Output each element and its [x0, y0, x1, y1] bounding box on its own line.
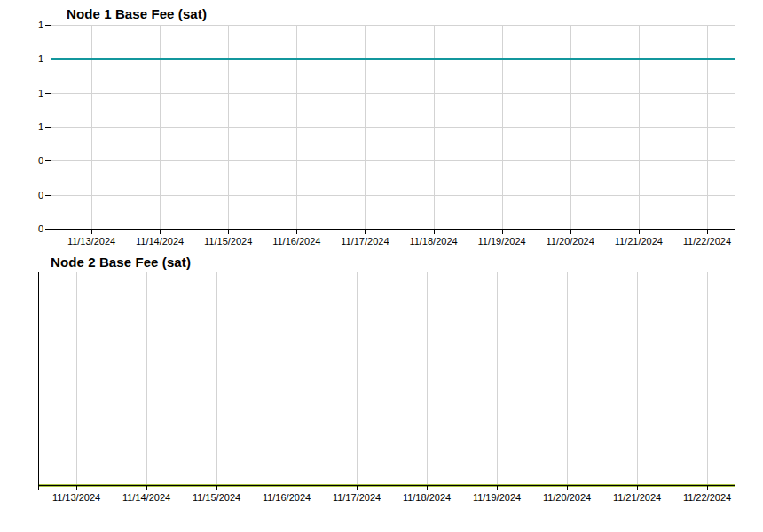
- node1-chart-title: Node 1 Base Fee (sat): [67, 6, 207, 21]
- vertical-gridline: [76, 272, 77, 485]
- y-tick-mark: [45, 229, 51, 230]
- x-tick-label: 11/20/2024: [531, 491, 602, 504]
- vertical-gridline: [296, 25, 297, 229]
- horizontal-gridline: [51, 127, 735, 128]
- vertical-gridline: [707, 25, 708, 229]
- x-tick-mark: [567, 485, 568, 490]
- x-tick-mark: [160, 229, 161, 234]
- y-tick-mark: [45, 93, 51, 94]
- horizontal-gridline: [51, 59, 735, 59]
- x-tick-mark: [357, 485, 358, 490]
- base-fee-charts-screen: Node 1 Base Fee (sat) 11/13/202411/14/20…: [0, 0, 763, 532]
- vertical-gridline: [570, 25, 571, 229]
- y-tick-mark: [45, 195, 51, 196]
- vertical-gridline: [160, 25, 161, 229]
- x-tick-label: 11/16/2024: [261, 235, 332, 247]
- x-tick-mark: [146, 485, 147, 490]
- x-tick-label: 11/21/2024: [602, 491, 673, 504]
- x-tick-mark: [76, 485, 77, 490]
- vertical-gridline: [502, 25, 503, 229]
- vertical-gridline: [357, 272, 358, 485]
- x-tick-label: 11/20/2024: [535, 235, 606, 247]
- x-tick-mark: [639, 229, 640, 234]
- x-tick-mark: [91, 229, 92, 234]
- vertical-gridline: [146, 272, 147, 485]
- x-tick-label: 11/16/2024: [251, 491, 322, 504]
- vertical-gridline: [287, 272, 287, 485]
- horizontal-gridline: [51, 25, 735, 26]
- vertical-gridline: [567, 272, 568, 485]
- x-tick-label: 11/22/2024: [672, 235, 743, 247]
- x-tick-label: 11/18/2024: [398, 235, 469, 247]
- x-tick-label: 11/18/2024: [391, 491, 462, 504]
- vertical-gridline: [707, 272, 708, 485]
- x-tick-mark: [287, 485, 287, 490]
- y-tick-mark: [45, 25, 51, 26]
- x-tick-label: 11/15/2024: [193, 235, 264, 247]
- series-line-node-2-base-fee-sat: [38, 484, 735, 487]
- vertical-gridline: [228, 25, 229, 229]
- x-tick-mark: [427, 485, 428, 490]
- x-tick-label: 11/14/2024: [111, 491, 182, 504]
- vertical-gridline: [434, 25, 435, 229]
- x-tick-mark: [497, 485, 498, 490]
- y-axis: [51, 21, 51, 234]
- y-tick-mark: [45, 59, 51, 59]
- horizontal-gridline: [51, 195, 735, 196]
- x-tick-label: 11/14/2024: [124, 235, 195, 247]
- x-tick-mark: [707, 229, 708, 234]
- node2-chart-title: Node 2 Base Fee (sat): [51, 254, 191, 270]
- x-tick-mark: [228, 229, 229, 234]
- x-tick-mark: [434, 229, 435, 234]
- vertical-gridline: [365, 25, 366, 229]
- x-tick-label: 11/19/2024: [467, 235, 538, 247]
- y-tick-mark: [45, 160, 51, 161]
- x-tick-mark: [296, 229, 297, 234]
- x-tick-mark: [365, 229, 366, 234]
- x-axis: [38, 485, 735, 486]
- vertical-gridline: [427, 272, 428, 485]
- x-tick-label: 11/19/2024: [461, 491, 532, 504]
- y-tick-label: 1: [27, 52, 43, 65]
- horizontal-gridline: [51, 160, 735, 161]
- y-tick-label: 1: [27, 87, 43, 99]
- vertical-gridline: [91, 25, 92, 229]
- x-tick-mark: [570, 229, 571, 234]
- vertical-gridline: [497, 272, 498, 485]
- x-tick-mark: [216, 485, 217, 490]
- x-tick-label: 11/13/2024: [56, 235, 127, 247]
- y-tick-label: 1: [27, 121, 43, 133]
- x-tick-label: 11/21/2024: [603, 235, 674, 247]
- vertical-gridline: [639, 25, 640, 229]
- x-tick-label: 11/15/2024: [181, 491, 252, 504]
- x-tick-label: 11/17/2024: [321, 491, 392, 504]
- x-tick-mark: [502, 229, 503, 234]
- x-tick-label: 11/13/2024: [41, 491, 112, 504]
- y-axis: [38, 272, 39, 490]
- x-tick-mark: [707, 485, 708, 490]
- vertical-gridline: [637, 272, 638, 485]
- y-tick-label: 1: [27, 19, 43, 31]
- x-tick-label: 11/22/2024: [672, 491, 743, 504]
- y-tick-label: 0: [27, 223, 43, 235]
- horizontal-gridline: [51, 93, 735, 94]
- y-tick-mark: [45, 127, 51, 128]
- series-line-node-1-base-fee-sat: [51, 58, 735, 60]
- x-tick-label: 11/17/2024: [329, 235, 400, 247]
- x-axis: [51, 229, 735, 230]
- x-tick-mark: [637, 485, 638, 490]
- y-tick-label: 0: [27, 154, 43, 167]
- vertical-gridline: [216, 272, 217, 485]
- y-tick-label: 0: [27, 189, 43, 201]
